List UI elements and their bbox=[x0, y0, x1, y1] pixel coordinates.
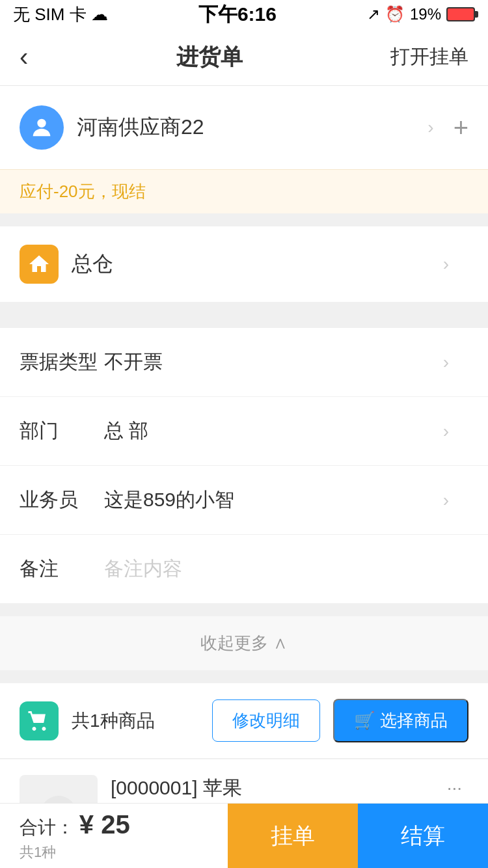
department-value: 总 部 bbox=[104, 418, 443, 444]
supplier-notice: 应付-20元，现结 bbox=[0, 169, 488, 213]
remark-label: 备注 bbox=[20, 556, 104, 582]
total-amount: ¥ 25 bbox=[79, 810, 130, 839]
status-right: ↗ ⏰ 19% bbox=[367, 5, 475, 23]
battery-icon bbox=[446, 7, 475, 21]
back-button[interactable]: ‹ bbox=[20, 42, 28, 72]
cart-icon: 🛒 bbox=[354, 711, 375, 731]
status-time: 下午6:16 bbox=[198, 1, 277, 28]
department-row[interactable]: 部门 总 部 › bbox=[0, 396, 488, 465]
invoice-chevron-icon: › bbox=[443, 352, 449, 373]
supplier-row[interactable]: 河南供应商22 › + bbox=[0, 86, 488, 169]
invoice-value: 不开票 bbox=[104, 349, 443, 375]
collapse-row[interactable]: 收起更多 ∧ bbox=[0, 616, 488, 670]
select-product-label: 选择商品 bbox=[380, 709, 448, 732]
product-header: 共1种商品 修改明细 🛒 选择商品 bbox=[0, 683, 488, 758]
invoice-label: 票据类型 bbox=[20, 349, 104, 375]
salesperson-label: 业务员 bbox=[20, 487, 104, 513]
product-count-text: 共1种商品 bbox=[72, 709, 199, 733]
alarm-icon: ⏰ bbox=[385, 5, 405, 23]
home-icon bbox=[27, 252, 51, 276]
divider-3 bbox=[0, 670, 488, 683]
salesperson-chevron-icon: › bbox=[443, 490, 449, 511]
pend-button[interactable]: 挂单 bbox=[228, 804, 358, 869]
invoice-row[interactable]: 票据类型 不开票 › bbox=[0, 328, 488, 396]
warehouse-name: 总仓 bbox=[72, 250, 443, 278]
person-icon bbox=[29, 115, 55, 141]
department-label: 部门 bbox=[20, 418, 104, 444]
open-pending-button[interactable]: 打开挂单 bbox=[390, 44, 468, 70]
battery-text: 19% bbox=[410, 5, 441, 23]
main-content: 河南供应商22 › + 应付-20元，现结 总仓 › 票据类型 不开票 › 部门… bbox=[0, 86, 488, 868]
sim-text: 无 SIM 卡 ☁ bbox=[13, 3, 108, 26]
salesperson-row[interactable]: 业务员 这是859的小智 › bbox=[0, 465, 488, 534]
department-chevron-icon: › bbox=[443, 421, 449, 442]
divider-1 bbox=[0, 213, 488, 226]
status-left: 无 SIM 卡 ☁ bbox=[13, 3, 108, 26]
remark-row[interactable]: 备注 备注内容 bbox=[0, 534, 488, 603]
total-section: 合计： ¥ 25 共1种 bbox=[0, 810, 228, 862]
form-card: 票据类型 不开票 › 部门 总 部 › 业务员 这是859的小智 › 备注 备注… bbox=[0, 328, 488, 603]
nav-bar: ‹ 进货单 打开挂单 bbox=[0, 29, 488, 86]
edit-detail-button[interactable]: 修改明细 bbox=[212, 699, 320, 742]
product-icon-bg bbox=[20, 701, 59, 740]
add-supplier-button[interactable]: + bbox=[454, 113, 468, 142]
supplier-avatar bbox=[20, 105, 64, 150]
checkout-button[interactable]: 结算 bbox=[358, 804, 488, 869]
salesperson-value: 这是859的小智 bbox=[104, 487, 443, 513]
divider-2 bbox=[0, 315, 488, 328]
select-product-button[interactable]: 🛒 选择商品 bbox=[333, 699, 468, 742]
product-more-button[interactable]: ··· bbox=[441, 775, 468, 801]
svg-point-0 bbox=[37, 119, 46, 128]
total-count: 共1种 bbox=[20, 843, 208, 862]
remark-input[interactable]: 备注内容 bbox=[104, 556, 468, 582]
warehouse-row[interactable]: 总仓 › bbox=[0, 226, 488, 302]
product-title: 苹果 bbox=[203, 777, 242, 798]
supplier-name: 河南供应商22 bbox=[77, 113, 427, 142]
shopping-icon bbox=[27, 709, 51, 733]
status-bar: 无 SIM 卡 ☁ 下午6:16 ↗ ⏰ 19% bbox=[0, 0, 488, 29]
warehouse-icon-bg bbox=[20, 245, 59, 284]
total-label: 合计： bbox=[20, 817, 74, 837]
location-icon: ↗ bbox=[367, 5, 380, 23]
product-name: [0000001] 苹果 bbox=[111, 775, 441, 802]
page-title: 进货单 bbox=[176, 42, 243, 72]
supplier-section: 河南供应商22 › + 应付-20元，现结 bbox=[0, 86, 488, 213]
bottom-bar: 合计： ¥ 25 共1种 挂单 结算 bbox=[0, 803, 488, 868]
warehouse-chevron-icon: › bbox=[443, 254, 449, 275]
product-code: [0000001] bbox=[111, 777, 197, 798]
chevron-right-icon: › bbox=[427, 117, 433, 138]
